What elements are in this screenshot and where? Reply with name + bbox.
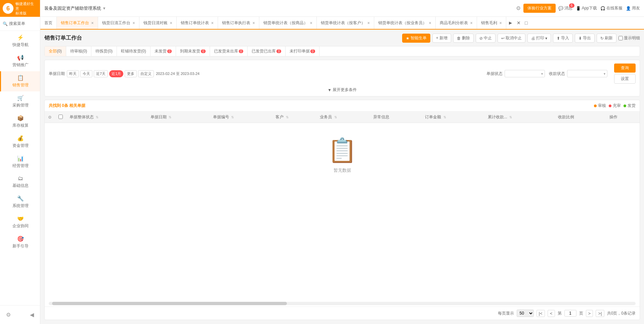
scrollbar-thumb[interactable] — [52, 302, 287, 305]
sidebar-item-finance[interactable]: 💰 资金管理 — [0, 132, 40, 152]
delete-btn[interactable]: 🗑 删除 — [453, 34, 474, 43]
tab-cash-reconcile[interactable]: 钱货日清对账 ✕ — [139, 17, 177, 29]
cancel-stop-btn[interactable]: ↩ 取消中止 — [498, 34, 525, 43]
last-page-btn[interactable]: >| — [596, 310, 604, 317]
unreview-action-btn[interactable]: 充审 — [609, 103, 621, 109]
tab-sales-stats-staff[interactable]: 销货单统计表（按业务员） ✕ — [374, 17, 436, 29]
sub-tab-not-shipped[interactable]: 未发货0 — [151, 46, 176, 56]
date-btn-custom[interactable]: 自定义 — [138, 70, 154, 77]
tab-sales-margin[interactable]: 销售毛利 ✕ — [477, 17, 506, 29]
online-service-btn[interactable]: 🎧 在线客服 — [600, 5, 622, 11]
stop-btn[interactable]: ⊘ 中止 — [476, 34, 496, 43]
tab-order-exec[interactable]: 销售订单执行表 ✕ — [218, 17, 259, 29]
sidebar-item-system[interactable]: 🔧 系统管理 — [0, 192, 40, 212]
sub-tab-pending-pick[interactable]: 待拣货(0) — [91, 46, 117, 56]
date-btn-more[interactable]: 更多 — [125, 70, 137, 77]
page-input[interactable] — [564, 310, 576, 317]
sub-tab-shipped-out[interactable]: 已发货已出库0 — [248, 46, 286, 56]
sub-tab-wangpu-pending[interactable]: 旺铺待发货(0) — [117, 46, 151, 56]
sub-tab-shipped-not-out[interactable]: 已发货未出库0 — [210, 46, 248, 56]
next-page-btn[interactable]: > — [586, 310, 593, 317]
payment-select[interactable] — [567, 70, 607, 77]
tab-order-stats[interactable]: 销售订单统计表 ✕ — [177, 17, 218, 29]
tab-sales-order[interactable]: 销售订单工作台 ✕ — [57, 17, 98, 30]
app-download-btn[interactable]: 📱 App下载 — [576, 5, 597, 11]
tab-sales-stats-staff-close[interactable]: ✕ — [429, 21, 431, 25]
tab-cash-reconcile-close[interactable]: ✕ — [170, 21, 172, 25]
horizontal-scrollbar[interactable] — [49, 302, 636, 305]
sub-tab-pending-review[interactable]: 待审核(0) — [66, 46, 92, 56]
tab-cash-clear[interactable]: 钱货日清工作台 ✕ — [98, 17, 139, 29]
import-btn[interactable]: ⬆ 导入 — [553, 34, 573, 43]
sidebar-item-management[interactable]: 📊 经营管理 — [0, 152, 40, 172]
tab-cash-clear-close[interactable]: ✕ — [132, 21, 135, 25]
phone-icon: 📱 — [576, 6, 581, 11]
tab-home[interactable]: 首页 — [40, 17, 57, 29]
sidebar-item-inventory[interactable]: 📦 库存核算 — [0, 112, 40, 132]
print-btn[interactable]: 🖨 打印 ▾ — [527, 34, 551, 43]
sidebar-item-purchase[interactable]: 🛒 采购管理 — [0, 91, 40, 112]
show-detail-input[interactable] — [618, 36, 623, 40]
page-size-select[interactable]: 20 50 100 — [517, 310, 534, 317]
th-checkbox[interactable] — [55, 112, 66, 123]
tab-sales-order-close[interactable]: ✕ — [91, 21, 94, 25]
set-btn[interactable]: 设置 — [614, 74, 636, 84]
date-btn-1month[interactable]: 近1月 — [109, 70, 123, 77]
ship-action-btn[interactable]: 发货 — [624, 103, 636, 109]
sub-tab-overdue-not-shipped[interactable]: 到期未发货0 — [176, 46, 210, 56]
system-title-dropdown[interactable]: ▾ — [103, 6, 105, 11]
sort-amount-icon[interactable]: ⇅ — [443, 115, 446, 119]
sidebar-item-guide[interactable]: 🎯 新手引导 — [0, 232, 40, 252]
sort-accumulated-icon[interactable]: ⇅ — [509, 115, 512, 119]
show-detail-checkbox[interactable]: 显示明细 — [618, 35, 640, 41]
export-btn[interactable]: ⬇ 导出 — [575, 34, 595, 43]
sub-tab-all[interactable]: 全部(0) — [45, 46, 66, 56]
date-btn-today[interactable]: 今天 — [80, 70, 92, 77]
sub-tab-not-printed[interactable]: 未打印单据0 — [286, 46, 319, 56]
date-btn-7days[interactable]: 近7天 — [94, 70, 108, 77]
tab-order-stats-close[interactable]: ✕ — [211, 21, 214, 25]
sort-status-icon[interactable]: ⇅ — [96, 115, 98, 119]
sort-customer-icon[interactable]: ⇅ — [286, 115, 289, 119]
industry-btn[interactable]: 体验行业方案 — [523, 4, 556, 13]
tab-sales-stats-customer-close[interactable]: ✕ — [367, 21, 370, 25]
sidebar-item-sales[interactable]: 📋 销售管理 — [0, 71, 40, 91]
select-all-checkbox[interactable] — [58, 115, 63, 119]
th-settings[interactable]: ⚙ — [45, 112, 55, 123]
tab-product-margin-close[interactable]: ✕ — [470, 21, 473, 25]
date-btn-yesterday[interactable]: 昨天 — [67, 70, 79, 77]
sidebar-item-corp[interactable]: 🤝 企业协同 — [0, 212, 40, 232]
message-btn[interactable]: 💬 消息 6 — [558, 5, 572, 11]
user-btn[interactable]: 👤 用友 — [626, 5, 640, 11]
sort-number-icon[interactable]: ⇅ — [231, 115, 234, 119]
sidebar-settings-btn[interactable]: ⚙ — [3, 308, 14, 321]
sidebar-item-basic[interactable]: 🗂 基础信息 — [0, 172, 40, 192]
first-page-btn[interactable]: |< — [536, 310, 545, 317]
expand-filter-btn[interactable]: ▼ 展开更多条件 — [328, 87, 357, 93]
settings-icon-btn[interactable]: ⚙ — [516, 5, 521, 11]
table-scroll-container[interactable]: ⚙ 单据整体状态 ⇅ 单据日期 ⇅ 单据编号 — [45, 112, 640, 300]
tab-restore-btn[interactable]: □ — [523, 20, 529, 26]
sidebar-item-quick[interactable]: ⚡ 快捷导航 — [0, 31, 40, 51]
tab-more-btn[interactable]: ▶ — [506, 21, 515, 25]
smart-create-btn[interactable]: ★ 智能生单 — [402, 34, 430, 43]
sidebar-item-promo[interactable]: 📢 营销推广 — [0, 51, 40, 71]
query-btn[interactable]: 查询 — [614, 64, 636, 73]
prev-page-btn[interactable]: < — [548, 310, 555, 317]
new-btn[interactable]: + 新增 — [432, 34, 451, 43]
tab-unpin-btn[interactable]: ✕ — [515, 20, 523, 26]
refresh-btn[interactable]: ↻ 刷新 — [597, 34, 616, 43]
tab-sales-stats-product[interactable]: 销货单统计表（按商品） ✕ — [259, 17, 317, 29]
tab-sales-margin-close[interactable]: ✕ — [499, 21, 502, 25]
tab-order-exec-close[interactable]: ✕ — [252, 21, 255, 25]
review-action-btn[interactable]: 审核 — [594, 103, 606, 109]
status-select[interactable] — [505, 70, 545, 77]
tab-sales-stats-customer[interactable]: 销货单统计表（按客户） ✕ — [317, 17, 374, 29]
unreview-dot — [609, 105, 611, 107]
sort-date-icon[interactable]: ⇅ — [169, 115, 171, 119]
tab-product-margin[interactable]: 商品毛利分析表 ✕ — [436, 17, 477, 29]
tab-sales-stats-product-close[interactable]: ✕ — [310, 21, 312, 25]
sort-staff-icon[interactable]: ⇅ — [334, 115, 337, 119]
sidebar-collapse-btn[interactable]: ◀ — [27, 308, 37, 321]
search-menu-button[interactable]: 🔍 搜索菜单 — [3, 19, 37, 28]
